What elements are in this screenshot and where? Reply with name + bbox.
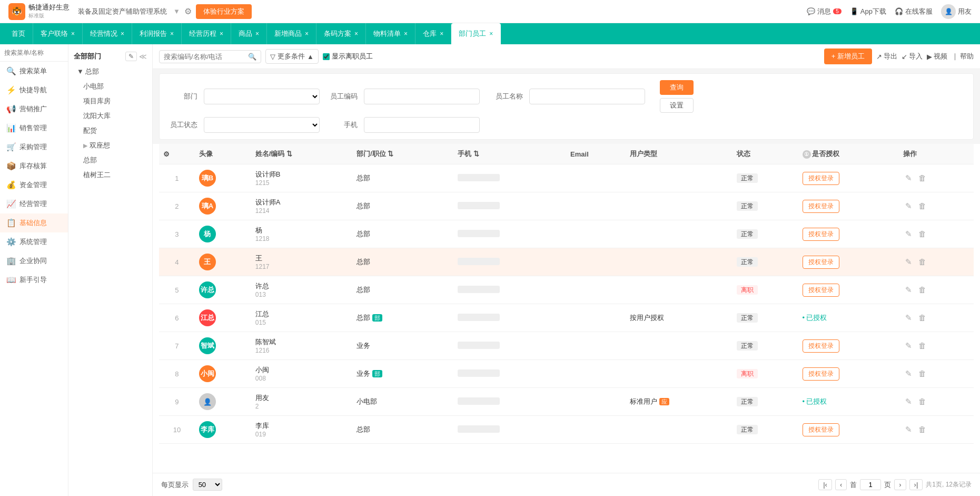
edit-btn[interactable]: ✎ — [903, 172, 914, 184]
delete-btn[interactable]: 🗑 — [916, 228, 928, 239]
filter-reset-btn[interactable]: 设置 — [660, 98, 694, 113]
delete-btn[interactable]: 🗑 — [916, 340, 928, 351]
message-item[interactable]: 💬 消息 5 — [807, 7, 842, 16]
view-btn[interactable]: ▶ 视频 — [927, 52, 947, 61]
auth-login-btn[interactable]: 授权登录 — [803, 256, 839, 269]
dept-item-project[interactable]: 项目库房 — [68, 94, 152, 109]
per-page-select[interactable]: 50 100 200 — [193, 479, 222, 491]
auth-login-btn[interactable]: 授权登录 — [803, 172, 839, 185]
auth-login-btn[interactable]: 授权登录 — [803, 284, 839, 297]
edit-btn[interactable]: ✎ — [903, 312, 914, 324]
dept-item-tree2[interactable]: 植树王二 — [68, 168, 152, 182]
prev-page-btn[interactable]: ‹ — [835, 479, 847, 490]
tab-addgoods-close[interactable]: × — [305, 30, 309, 37]
phone-filter-input[interactable] — [364, 117, 480, 133]
tab-goods[interactable]: 商品 × — [231, 23, 267, 44]
search-box[interactable]: 🔍 — [159, 50, 261, 63]
tab-staff[interactable]: 部门员工 × — [451, 23, 501, 44]
tab-warehouse[interactable]: 仓库 × — [415, 23, 451, 44]
dept-item-shenyang[interactable]: 沈阳大库 — [68, 109, 152, 123]
sidebar-item-operation[interactable]: 📈 经营管理 — [0, 194, 68, 213]
app-download-item[interactable]: 📱 App下载 — [850, 7, 886, 16]
user-item[interactable]: 👤 用友 — [941, 4, 972, 19]
delete-btn[interactable]: 🗑 — [916, 424, 928, 435]
sidebar-search-input[interactable] — [4, 49, 68, 56]
dept-edit-btn[interactable]: ✎ — [125, 52, 137, 61]
export-btn[interactable]: ↗ 导出 — [876, 52, 897, 61]
dept-item-dispatch[interactable]: 配货 — [68, 123, 152, 138]
auth-login-btn[interactable]: 授权登录 — [803, 200, 839, 213]
more-filters-btn[interactable]: ▽ 更多条件 ▲ — [265, 49, 319, 64]
dept-item-general[interactable]: 总部 — [68, 153, 152, 168]
th-name[interactable]: 姓名/编码 ⇅ — [251, 144, 352, 164]
tab-customer-close[interactable]: × — [71, 30, 75, 37]
delete-btn[interactable]: 🗑 — [916, 312, 928, 323]
edit-btn[interactable]: ✎ — [903, 340, 914, 352]
edit-btn[interactable]: ✎ — [903, 284, 914, 296]
delete-btn[interactable]: 🗑 — [916, 172, 928, 183]
sidebar-search-box[interactable]: 🔍 — [0, 44, 68, 62]
service-item[interactable]: 🎧 在线客服 — [895, 7, 933, 16]
tab-material-close[interactable]: × — [404, 30, 408, 37]
tab-business-close[interactable]: × — [121, 30, 124, 37]
tab-material[interactable]: 物料清单 × — [366, 23, 415, 44]
sidebar-item-guide[interactable]: 📖 新手引导 — [0, 270, 68, 289]
auth-login-btn[interactable]: 授权登录 — [803, 228, 839, 241]
sidebar-item-system[interactable]: ⚙️ 系统管理 — [0, 232, 68, 251]
tab-customer[interactable]: 客户联络 × — [33, 23, 83, 44]
sidebar-item-purchase[interactable]: 🛒 采购管理 — [0, 138, 68, 157]
tab-goods-close[interactable]: × — [255, 30, 259, 37]
show-resigned-label[interactable]: 显示离职员工 — [323, 52, 373, 61]
tab-addgoods[interactable]: 新增商品 × — [267, 23, 316, 44]
delete-btn[interactable]: 🗑 — [916, 284, 928, 295]
sidebar-item-inventory[interactable]: 📦 库存核算 — [0, 157, 68, 176]
th-phone[interactable]: 手机 ⇅ — [453, 144, 566, 164]
tab-staff-close[interactable]: × — [489, 30, 493, 37]
tab-home[interactable]: 首页 — [4, 23, 33, 44]
tab-profit-close[interactable]: × — [170, 30, 174, 37]
th-dept[interactable]: 部门/职位 ⇅ — [352, 144, 453, 164]
sidebar-item-sales[interactable]: 📊 销售管理 — [0, 119, 68, 138]
auth-login-btn[interactable]: 授权登录 — [803, 423, 839, 436]
dept-item-double[interactable]: ▶ 双座想 — [68, 138, 152, 153]
tab-history[interactable]: 经营历程 × — [182, 23, 231, 44]
edit-btn[interactable]: ✎ — [903, 228, 914, 240]
status-filter-select[interactable] — [204, 117, 320, 133]
delete-btn[interactable]: 🗑 — [916, 200, 928, 211]
edit-btn[interactable]: ✎ — [903, 396, 914, 407]
edit-btn[interactable]: ✎ — [903, 368, 914, 380]
add-staff-btn[interactable]: + 新增员工 — [824, 48, 872, 64]
next-page-btn[interactable]: › — [894, 479, 906, 490]
tab-profit[interactable]: 利润报告 × — [132, 23, 182, 44]
edit-btn[interactable]: ✎ — [903, 256, 914, 268]
sidebar-item-search[interactable]: 🔍 搜索菜单 — [0, 62, 68, 81]
tab-barcode[interactable]: 条码方案 × — [316, 23, 366, 44]
edit-btn[interactable]: ✎ — [903, 200, 914, 212]
code-filter-input[interactable] — [364, 89, 480, 104]
sidebar-item-quicknav[interactable]: ⚡ 快捷导航 — [0, 81, 68, 100]
dept-item-head[interactable]: ▼ 总部 — [68, 64, 152, 79]
name-filter-input[interactable] — [529, 89, 645, 104]
auth-login-btn[interactable]: 授权登录 — [803, 339, 839, 353]
sidebar-item-marketing[interactable]: 📢 营销推广 — [0, 100, 68, 119]
tab-history-close[interactable]: × — [220, 30, 223, 37]
tab-warehouse-close[interactable]: × — [440, 30, 443, 37]
delete-btn[interactable]: 🗑 — [916, 396, 928, 407]
auth-login-btn[interactable]: 授权登录 — [803, 367, 839, 381]
search-input[interactable] — [164, 53, 248, 61]
help-btn[interactable]: ｜ 帮助 — [952, 52, 974, 61]
edit-btn[interactable]: ✎ — [903, 424, 914, 435]
page-input[interactable] — [860, 479, 881, 490]
sidebar-item-corp[interactable]: 🏢 企业协同 — [0, 251, 68, 270]
first-page-btn[interactable]: |‹ — [818, 479, 832, 490]
dept-filter-select[interactable] — [204, 89, 320, 104]
gear-button[interactable]: ⚙ — [184, 6, 192, 16]
filter-search-btn[interactable]: 查询 — [660, 80, 694, 95]
sidebar-item-basic[interactable]: 📋 基础信息 — [0, 213, 68, 232]
dept-collapse-btn[interactable]: ≪ — [139, 52, 147, 61]
trial-button[interactable]: 体验行业方案 — [196, 4, 252, 19]
tab-barcode-close[interactable]: × — [354, 30, 358, 37]
th-settings[interactable]: ⚙ — [159, 144, 195, 164]
sidebar-item-finance[interactable]: 💰 资金管理 — [0, 176, 68, 194]
delete-btn[interactable]: 🗑 — [916, 256, 928, 267]
